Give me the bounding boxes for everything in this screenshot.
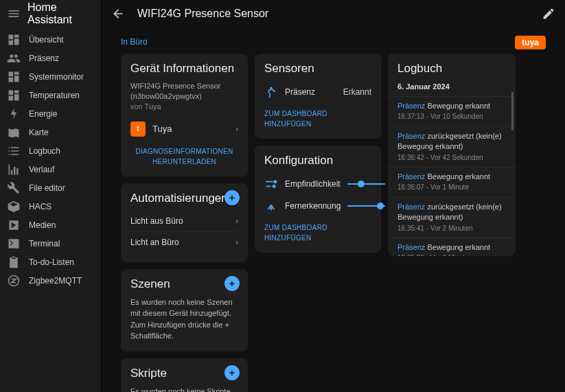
add-automation-button[interactable]: + (224, 190, 240, 205)
log-entity: Präsenz (397, 102, 425, 110)
logbook-card: Logbuch 6. Januar 2024 Präsenz Bewegung … (388, 54, 516, 256)
page-title: WIFI24G Presence Sensor (137, 8, 529, 20)
sensors-title: Sensoren (264, 62, 371, 76)
sidebar-item-4[interactable]: Energie (0, 104, 101, 123)
add-scene-button[interactable]: + (224, 276, 240, 291)
integration-name: Tuya (152, 124, 172, 134)
log-message: Bewegung erkannt (427, 243, 490, 251)
brand-badge: tuya (515, 36, 546, 49)
sidebar-item-label: Medien (29, 220, 56, 230)
zigbee-icon (7, 274, 21, 288)
automation-row[interactable]: Licht an Büro› (130, 231, 238, 253)
sensors-card: Sensoren Präsenz Erkannt ZUM DASHBOARD H… (255, 54, 381, 139)
slider[interactable] (347, 202, 385, 210)
config-label: Empfindlichkeit (285, 179, 341, 189)
tune-icon (264, 177, 278, 191)
chevron-right-icon: › (235, 216, 238, 226)
logbook-entry[interactable]: Präsenz Bewegung erkannt16:36:07 - Vor 1… (388, 168, 516, 198)
automation-label: Licht aus Büro (130, 216, 183, 226)
config-row: Empfindlichkeit (264, 173, 371, 195)
sidebar-item-12[interactable]: To-do-Listen (0, 253, 101, 271)
add-to-dashboard-button[interactable]: ZUM DASHBOARD HINZUFÜGEN (264, 108, 371, 129)
sidebar-item-13[interactable]: Zigbee2MQTT (0, 271, 101, 290)
sidebar-item-11[interactable]: Terminal (0, 234, 101, 253)
logbook-scroll[interactable]: Präsenz Bewegung erkannt16:37:13 - Vor 1… (388, 97, 516, 256)
download-diagnostics-button[interactable]: DIAGNOSEINFORMATIONEN HERUNTERLADEN (130, 146, 238, 167)
logbook-title: Logbuch (388, 62, 516, 80)
bolt-icon (7, 107, 21, 121)
sensor-label: Präsenz (285, 87, 315, 97)
add-to-dashboard-button[interactable]: ZUM DASHBOARD HINZUFÜGEN (264, 222, 371, 243)
sidebar-item-label: Energie (29, 109, 57, 119)
tuya-logo-icon: t (130, 122, 146, 137)
sensor-row[interactable]: Präsenz Erkannt (264, 81, 371, 103)
log-time: 16:35:26 - Vor 2 Minuten (397, 254, 473, 256)
log-message: Bewegung erkannt (427, 102, 490, 110)
sidebar-item-label: Zigbee2MQTT (29, 276, 82, 286)
log-entity: Präsenz (397, 172, 425, 181)
sidebar-item-label: Terminal (29, 239, 60, 249)
scripts-title: Skripte (130, 367, 238, 380)
config-row: Fernerkennung (264, 195, 371, 217)
edit-icon[interactable] (542, 7, 555, 21)
sidebar-item-6[interactable]: Logbuch (0, 141, 101, 160)
log-message: Bewegung erkannt (427, 172, 490, 181)
sidebar-item-label: To-do-Listen (29, 257, 74, 267)
sidebar-item-5[interactable]: Karte (0, 123, 101, 141)
scripts-empty-text: Es wurden noch keine Skripte mit diesem … (130, 386, 238, 392)
chart-icon (7, 163, 21, 176)
log-entity: Präsenz (397, 132, 425, 140)
slider[interactable] (347, 180, 385, 188)
map-icon (7, 126, 21, 139)
sidebar-item-7[interactable]: Verlauf (0, 160, 101, 178)
integration-row[interactable]: t Tuya › (130, 117, 238, 141)
automation-label: Licht an Büro (130, 238, 179, 247)
scenes-title: Szenen (130, 277, 238, 291)
sidebar-item-label: Verlauf (29, 165, 54, 174)
main: WIFI24G Presence Sensor tuya In Büro Ger… (102, 0, 565, 392)
logbook-entry[interactable]: Präsenz zurückgesetzt (kein(e) Bewegung … (388, 198, 516, 238)
breadcrumb[interactable]: In Büro (121, 37, 546, 47)
sidebar-item-3[interactable]: Temperaturen (0, 86, 101, 104)
logbook-entry[interactable]: Präsenz Bewegung erkannt16:37:13 - Vor 1… (388, 97, 516, 127)
sidebar-item-9[interactable]: HACS (0, 197, 101, 216)
logbook-date: 6. Januar 2024 (388, 80, 516, 97)
clipboard-icon (7, 255, 21, 269)
people-icon (7, 51, 21, 65)
sidebar-item-1[interactable]: Präsenz (0, 49, 101, 67)
log-time: 16:35:41 - Vor 2 Minuten (397, 224, 473, 232)
config-card: Konfiguration EmpfindlichkeitFernerkennu… (255, 146, 381, 253)
device-name: WIFI24G Presence Sensor (130, 81, 238, 91)
sidebar-item-8[interactable]: File editor (0, 178, 101, 197)
scrollbar-thumb[interactable] (511, 92, 514, 130)
sidebar-item-label: Temperaturen (29, 91, 80, 100)
back-icon[interactable] (111, 7, 125, 21)
scenes-empty-text: Es wurden noch keine Szenen mit diesem G… (130, 297, 238, 342)
sidebar-header: Home Assistant (0, 0, 101, 27)
sidebar-item-label: Systemmonitor (29, 72, 84, 82)
sensor-state: Erkannt (343, 87, 371, 97)
sidebar-item-10[interactable]: Medien (0, 216, 101, 234)
config-label: Fernerkennung (285, 201, 341, 211)
radar-icon (264, 199, 278, 213)
logbook-entry[interactable]: Präsenz Bewegung erkannt16:35:26 - Vor 2… (388, 238, 516, 256)
automations-card: Automatisierungen + Licht aus Büro›Licht… (121, 183, 248, 262)
menu-icon[interactable] (7, 7, 21, 21)
app-title: Home Assistant (27, 1, 94, 26)
logbook-entry[interactable]: Präsenz zurückgesetzt (kein(e) Bewegung … (388, 127, 516, 168)
sidebar-item-2[interactable]: Systemmonitor (0, 67, 101, 86)
automation-row[interactable]: Licht aus Büro› (130, 211, 238, 231)
log-time: 16:37:13 - Vor 10 Sekunden (397, 113, 483, 120)
add-script-button[interactable]: + (224, 365, 240, 380)
sidebar-item-0[interactable]: Übersicht (0, 30, 101, 49)
device-by: von Tuya (130, 102, 238, 111)
sidebar-item-label: File editor (29, 183, 65, 193)
dashboard-icon (7, 33, 21, 47)
log-entity: Präsenz (397, 243, 425, 251)
device-id: (n3bow00a2vpwgtvx) (130, 91, 238, 102)
sidebar: Home Assistant ÜbersichtPräsenzSystemmon… (0, 0, 102, 392)
sidebar-item-label: Präsenz (29, 54, 59, 63)
automations-title: Automatisierungen (130, 192, 238, 205)
log-time: 16:36:42 - Vor 42 Sekunden (397, 154, 483, 161)
device-info-title: Gerät Informationen (130, 62, 238, 76)
